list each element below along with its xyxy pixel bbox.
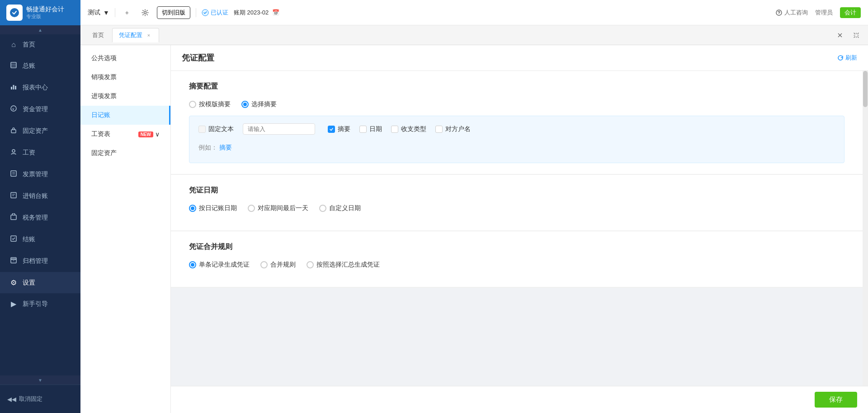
pin-icon: ◀◀ (7, 396, 16, 403)
date-section-title: 凭证日期 (189, 186, 844, 195)
left-nav-public[interactable]: 公共选项 (80, 49, 170, 68)
add-button[interactable]: + (121, 6, 133, 19)
invoice-icon (9, 170, 18, 179)
tab-close-icon[interactable] (834, 29, 846, 42)
accountant-button[interactable]: 会计 (840, 7, 861, 18)
sidebar-item-sales-ledger[interactable]: 进销台账 (0, 185, 80, 207)
topbar-right: 人工咨询 管理员 会计 (775, 7, 861, 18)
tab-expand-icon[interactable] (850, 29, 863, 42)
svg-rect-17 (11, 215, 16, 220)
sidebar-item-reports[interactable]: 报表中心 (0, 77, 80, 99)
sidebar-item-settings[interactable]: ⚙ 设置 (0, 272, 80, 293)
sidebar-item-funds[interactable]: ¥ 资金管理 (0, 99, 80, 120)
sidebar-scroll-up[interactable]: ▲ (0, 25, 80, 34)
sidebar-logo: 畅捷通好会计 专业版 (0, 0, 80, 25)
radio-custom-date[interactable]: 自定义日期 (319, 204, 361, 212)
summary-config-section: 摘要配置 按模版摘要 选择摘要 (171, 71, 863, 174)
sidebar-item-label-close: 结账 (23, 235, 35, 244)
bottom-bar: 保存 (171, 386, 868, 413)
checkbox-payment-type-item[interactable]: 收支类型 (391, 125, 426, 133)
content-area: 公共选项 销项发票 进项发票 日记账 工资表 NEW ∨ (80, 45, 868, 413)
cancel-pin-button[interactable]: ◀◀ 取消固定 (0, 390, 80, 408)
switch-version-button[interactable]: 切到旧版 (157, 6, 190, 19)
sidebar-item-archive[interactable]: 归档管理 (0, 250, 80, 272)
close-period-icon (9, 235, 18, 244)
tab-voucher-config[interactable]: 凭证配置 × (112, 28, 159, 42)
sidebar-item-tax[interactable]: 税务管理 (0, 207, 80, 229)
sidebar-item-assets[interactable]: 固定资产 (0, 120, 80, 142)
checkbox-date-box (359, 126, 367, 133)
left-nav-purchase-invoice[interactable]: 进项发票 (80, 87, 170, 106)
sidebar-item-guide[interactable]: ▶ 新手引导 (0, 293, 80, 314)
refresh-button[interactable]: 刷新 (837, 54, 857, 62)
svg-point-25 (779, 14, 779, 14)
fixed-text-input[interactable] (243, 123, 315, 135)
checkbox-summary-item[interactable]: 摘要 (328, 125, 350, 133)
checkbox-date-item[interactable]: 日期 (359, 125, 382, 133)
example-label: 例如： (198, 144, 217, 151)
project-selector[interactable]: 测试 ▼ (88, 9, 109, 17)
consult-label: 人工咨询 (784, 9, 808, 17)
consult-button[interactable]: 人工咨询 (775, 9, 808, 17)
svg-rect-1 (11, 62, 16, 68)
checkbox-counterpart-box (435, 126, 443, 133)
left-nav-diary[interactable]: 日记账 (80, 106, 170, 125)
sidebar: 畅捷通好会计 专业版 ▲ ⌂ 首页 总账 报表中心 (0, 0, 80, 413)
radio-single-record-label: 单条记录生成凭证 (199, 261, 250, 269)
checkbox-counterpart-item[interactable]: 对方户名 (435, 125, 471, 133)
sidebar-item-invoice[interactable]: 发票管理 (0, 164, 80, 185)
checkbox-date-label: 日期 (369, 125, 382, 133)
period-label: 账期 (234, 9, 245, 16)
svg-text:¥: ¥ (12, 107, 14, 111)
date-config-section: 凭证日期 按日记账日期 对应期间最后一天 (171, 175, 863, 231)
checkbox-fixed-text-label: 固定文本 (208, 125, 234, 133)
sidebar-item-label-assets: 固定资产 (23, 127, 48, 135)
left-nav-fixed-assets[interactable]: 固定资产 (80, 144, 170, 163)
checkbox-fixed-text-box (198, 126, 206, 133)
topbar: 测试 ▼ + 切到旧版 已认证 账期 2023-02 📅 (80, 0, 868, 25)
sidebar-item-label-guide: 新手引导 (23, 300, 48, 308)
tab-close-button[interactable]: × (145, 32, 152, 39)
radio-merge-rule-label: 合并规则 (270, 261, 296, 269)
sidebar-scroll-down[interactable]: ▼ (0, 375, 80, 385)
radio-last-day[interactable]: 对应期间最后一天 (248, 204, 308, 212)
radio-by-date[interactable]: 按日记账日期 (189, 204, 237, 212)
funds-icon: ¥ (9, 105, 18, 114)
radio-summarize[interactable]: 按照选择汇总生成凭证 (307, 261, 380, 269)
sidebar-nav: ⌂ 首页 总账 报表中心 ¥ 资金管理 (0, 34, 80, 375)
left-nav-public-label: 公共选项 (91, 54, 117, 61)
admin-button[interactable]: 管理员 (815, 9, 833, 17)
tab-home[interactable]: 首页 (86, 28, 110, 42)
radio-by-date-label: 按日记账日期 (199, 204, 237, 212)
radio-single-record-dot (191, 263, 194, 267)
radio-merge-rule-circle (260, 261, 268, 268)
checkbox-summary-box (328, 126, 335, 133)
period-value: 2023-02 (247, 9, 269, 16)
summary-config-box: 固定文本 摘要 (189, 116, 844, 163)
left-nav-sales-invoice[interactable]: 销项发票 (80, 68, 170, 87)
radio-template-summary[interactable]: 按模版摘要 (189, 100, 231, 108)
settings-gear-button[interactable] (139, 6, 151, 19)
save-label: 保存 (829, 395, 843, 403)
reports-icon (9, 83, 18, 92)
radio-select-summary[interactable]: 选择摘要 (241, 100, 277, 108)
radio-single-record[interactable]: 单条记录生成凭证 (189, 261, 250, 269)
svg-rect-5 (13, 85, 14, 89)
sidebar-item-label-tax: 税务管理 (23, 214, 48, 222)
bottom-spacer (171, 288, 863, 333)
radio-merge-rule[interactable]: 合并规则 (260, 261, 296, 269)
right-scrollbar[interactable] (863, 71, 868, 386)
save-button[interactable]: 保存 (815, 392, 857, 408)
calendar-icon[interactable]: 📅 (272, 9, 279, 16)
radio-template-circle (189, 101, 196, 108)
checkbox-fixed-text[interactable]: 固定文本 (198, 125, 234, 133)
sidebar-item-home[interactable]: ⌂ 首页 (0, 34, 80, 55)
tabs-bar: 首页 凭证配置 × (80, 25, 868, 45)
left-nav: 公共选项 销项发票 进项发票 日记账 工资表 NEW ∨ (80, 45, 171, 413)
sidebar-item-close[interactable]: 结账 (0, 229, 80, 250)
sidebar-item-ledger[interactable]: 总账 (0, 55, 80, 77)
page-title: 凭证配置 (182, 52, 214, 63)
guide-icon: ▶ (9, 300, 18, 308)
left-nav-payroll-table[interactable]: 工资表 NEW ∨ (80, 125, 170, 144)
sidebar-item-payroll[interactable]: 工资 (0, 142, 80, 164)
